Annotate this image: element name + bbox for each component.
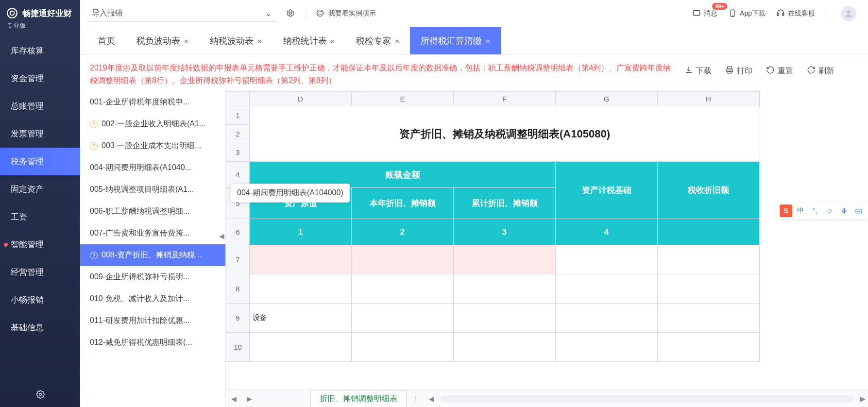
support-button[interactable]: 在线客服	[776, 9, 815, 19]
report-item-7[interactable]: ?008-资产折旧、摊销及纳税...	[80, 244, 225, 266]
reset-button[interactable]: 重置	[766, 66, 793, 76]
tab-close-icon[interactable]: ×	[331, 37, 335, 45]
help-icon: ?	[90, 252, 98, 259]
horizontal-scrollbar[interactable]	[441, 395, 853, 402]
sheet-footer: ◀ ▶ 折旧、摊销调整明细表 ⋮ ◀ ▶	[226, 390, 868, 407]
tabs: 首页税负波动表×纳税波动表×纳税统计表×税检专家×所得税汇算清缴×	[80, 27, 868, 55]
nav-item-9[interactable]: 小畅报销	[0, 286, 80, 314]
tab-close-icon[interactable]: ×	[257, 37, 262, 45]
mobile-icon	[728, 9, 737, 19]
report-item-5[interactable]: 006-职工薪酬纳税调整明细...	[80, 201, 225, 222]
report-item-11[interactable]: 012-减免所得税优惠明细表(...	[80, 332, 225, 354]
refresh-button[interactable]: 刷新	[807, 66, 834, 76]
tab-3[interactable]: 纳税统计表×	[272, 27, 346, 54]
tab-2[interactable]: 纳税波动表×	[199, 27, 272, 54]
tab-close-icon[interactable]: ×	[486, 37, 490, 45]
svg-point-9	[847, 10, 851, 14]
chevron-down-icon: ⌄	[265, 9, 272, 18]
headset-icon	[776, 9, 785, 19]
tab-1[interactable]: 税负波动表×	[126, 27, 199, 54]
messages-badge: 99+	[712, 3, 727, 10]
report-item-0[interactable]: 001-企业所得税年度纳税申...	[80, 91, 225, 113]
svg-point-2	[289, 12, 292, 14]
collapse-handle-icon[interactable]: ◀	[219, 232, 224, 240]
app-download-button[interactable]: App下载	[728, 9, 766, 19]
report-item-2[interactable]: ?003-一般企业成本支出明细...	[80, 135, 225, 157]
svg-rect-12	[728, 71, 732, 73]
sheet-tab[interactable]: 折旧、摊销调整明细表	[310, 390, 407, 407]
tab-close-icon[interactable]: ×	[395, 37, 399, 45]
tab-0[interactable]: 首页	[87, 27, 126, 54]
hscroll-left-icon[interactable]: ◀	[426, 395, 437, 403]
tab-4[interactable]: 税检专家×	[345, 27, 410, 54]
notification-dot-icon	[4, 243, 8, 247]
ime-logo-icon[interactable]: S	[780, 204, 792, 217]
reset-icon	[766, 66, 775, 76]
topbar: 导入报错 ⌄ 我要看实例演示 消息 99+	[80, 0, 868, 27]
svg-rect-8	[783, 13, 784, 16]
tab-close-icon[interactable]: ×	[184, 37, 188, 45]
nav-item-5[interactable]: 固定资产	[0, 175, 80, 203]
hscroll-right-icon[interactable]: ▶	[857, 395, 868, 403]
nav-item-10[interactable]: 基础信息	[0, 314, 80, 341]
ime-punct-icon[interactable]: °,	[809, 204, 821, 217]
brand: 畅捷通好业财	[0, 0, 80, 21]
brand-edition: 专业版	[0, 21, 80, 37]
report-item-4[interactable]: 005-纳税调整项目明细表(A1...	[80, 179, 225, 201]
support-label: 在线客服	[788, 9, 815, 18]
ime-toolbar: S 中 °, ☺	[777, 203, 868, 219]
settings-icon[interactable]	[283, 6, 298, 22]
print-icon	[725, 66, 734, 76]
report-item-9[interactable]: 010-免税、减计收入及加计...	[80, 288, 225, 310]
report-item-1[interactable]: ?002-一般企业收入明细表(A1...	[80, 113, 225, 135]
messages-label: 消息	[704, 9, 717, 18]
brand-name: 畅捷通好业财	[22, 8, 72, 19]
nav-item-3[interactable]: 发票管理	[0, 120, 80, 148]
svg-rect-13	[844, 208, 845, 212]
report-item-8[interactable]: 009-企业所得税弥补亏损明...	[80, 266, 225, 288]
spreadsheet-grid[interactable]: DEFGH1资产折旧、摊销及纳税调整明细表(A105080)234账载金额资产计…	[226, 91, 868, 390]
refresh-icon	[807, 66, 816, 76]
sidebar-settings[interactable]	[0, 383, 80, 407]
avatar[interactable]	[841, 6, 856, 21]
nav-item-8[interactable]: 经营管理	[0, 258, 80, 286]
nav-item-0[interactable]: 库存核算	[0, 37, 80, 65]
sidebar: 畅捷通好业财 专业版 库存核算资金管理总账管理发票管理税务管理固定资产工资智能管…	[0, 0, 80, 407]
ime-emoji-icon[interactable]: ☺	[823, 204, 836, 217]
download-button[interactable]: 下载	[684, 66, 712, 76]
messages-button[interactable]: 消息 99+	[692, 9, 717, 19]
nav-item-1[interactable]: 资金管理	[0, 65, 80, 92]
download-icon	[684, 66, 693, 76]
report-item-6[interactable]: 007-广告费和业务宣传费跨...	[80, 222, 225, 244]
report-tooltip: 004-期间费用明细表(A104000)	[231, 184, 350, 203]
tab-5[interactable]: 所得税汇算清缴×	[410, 27, 501, 54]
help-icon: ?	[90, 120, 98, 128]
message-icon	[692, 9, 701, 19]
nav-item-2[interactable]: 总账管理	[0, 92, 80, 120]
sheet-title[interactable]: 资产折旧、摊销及纳税调整明细表(A105080)	[250, 106, 760, 162]
demo-label: 我要看实例演示	[328, 9, 376, 18]
ime-voice-icon[interactable]	[838, 204, 851, 217]
notice-text: 2019年度涉及取以前年度结转数据的申报表单元格需要手工维护正确，才能保证本年及…	[90, 62, 673, 86]
report-list[interactable]: 001-企业所得税年度纳税申...?002-一般企业收入明细表(A1...?00…	[80, 91, 226, 407]
import-dropdown-label: 导入报错	[92, 8, 123, 18]
svg-rect-7	[777, 13, 779, 16]
nav-item-7[interactable]: 智能管理	[0, 231, 80, 258]
print-button[interactable]: 打印	[725, 66, 752, 76]
globe-icon	[316, 9, 324, 19]
ime-keyboard-icon[interactable]	[852, 204, 865, 217]
help-icon: ?	[90, 142, 98, 150]
report-item-10[interactable]: 011-研发费用加计扣除优惠...	[80, 310, 225, 332]
nav-item-6[interactable]: 工资	[0, 203, 80, 231]
gear-icon	[36, 390, 45, 400]
ime-lang-button[interactable]: 中	[794, 204, 807, 217]
svg-point-1	[39, 393, 41, 396]
sheet-menu-icon[interactable]: ⋮	[412, 395, 420, 403]
nav-item-4[interactable]: 税务管理	[0, 148, 80, 175]
sheet-prev-icon[interactable]: ◀	[226, 395, 241, 403]
import-dropdown[interactable]: 导入报错 ⌄	[87, 5, 276, 22]
sheet-next-icon[interactable]: ▶	[241, 395, 257, 403]
demo-link[interactable]: 我要看实例演示	[316, 9, 376, 19]
svg-rect-10	[728, 67, 732, 69]
report-item-3[interactable]: 004-期间费用明细表(A1040...	[80, 157, 225, 179]
